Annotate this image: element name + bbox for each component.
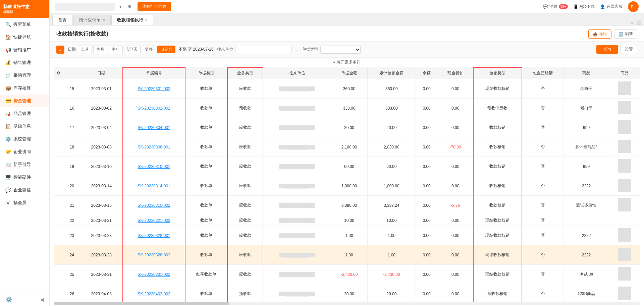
cell-voucher-no: SK-20230302-002 (123, 99, 185, 118)
voucher-link[interactable]: SK-20230321-003 (138, 218, 170, 223)
cell-cum-verify: 1,000.00 (368, 176, 416, 196)
sidebar-item-basic[interactable]: 📋基础信息 (0, 120, 49, 133)
notifications-area[interactable]: 💬 消息 99+ (543, 4, 568, 9)
cell-cash-discount: 0.00 (438, 226, 473, 245)
partner-input[interactable] (235, 46, 291, 53)
col-seq (64, 67, 80, 79)
sidebar-item-system[interactable]: ⚙️系统管理 (0, 133, 49, 145)
cell-settings (54, 176, 64, 196)
cell-amount: 2,100.00 (331, 137, 367, 157)
voucher-link[interactable]: SK-20230328-001 (138, 233, 170, 238)
cell-balance: 0.00 (416, 157, 438, 176)
voucher-link[interactable]: SK-20230328-002 (138, 253, 170, 257)
last-month-btn[interactable]: 上月 (78, 46, 92, 53)
maximize-icon[interactable]: ⬜ (636, 20, 641, 25)
industry-solution-button[interactable]: 体验行业方案 (138, 2, 171, 11)
voucher-link[interactable]: SK-20230403-002 (138, 292, 170, 296)
custom-date-btn[interactable]: 自定义 (157, 46, 175, 53)
refresh-button[interactable]: 🔄 刷新 (614, 29, 637, 39)
topbar-brand (55, 3, 115, 11)
this-year-btn[interactable]: 本年 (109, 46, 123, 53)
tab-close-collection-verify[interactable]: × (145, 18, 148, 22)
col-settings[interactable]: ⚙ (54, 67, 64, 79)
sidebar-item-guide[interactable]: 📖新手引导 (0, 158, 49, 171)
voucher-link[interactable]: SK-20230301-002 (138, 86, 170, 91)
cell-date: 2023-03-28 (80, 245, 123, 265)
cell-goods: 2222 (564, 176, 609, 196)
cell-include-settled: 否 (522, 137, 564, 157)
sidebar-item-member[interactable]: V畅会员 (0, 196, 49, 209)
sidebar-item-purchase[interactable]: 🛒采购管理 (0, 69, 49, 82)
collapse-icon[interactable]: ◀ (40, 296, 44, 303)
cell-goods: 123D商品 (564, 284, 609, 302)
cell-cum-verify: 1.00 (368, 245, 416, 265)
tab-collection-verify[interactable]: 收款核销执行× (111, 15, 153, 25)
gear-icon[interactable]: ⚙ (125, 3, 133, 11)
cell-verify-type: 现结收款核销 (473, 265, 522, 284)
cell-partner: ████████ (263, 157, 331, 176)
cell-goods: 2222 (564, 245, 609, 265)
voucher-link[interactable]: SK-20230310-001 (138, 164, 170, 169)
last-7days-btn[interactable]: 近7天 (124, 46, 141, 53)
expand-more-bar[interactable]: ▾ 展开更多条件 (50, 58, 644, 67)
settings-icon[interactable]: ⚙️ (5, 296, 12, 303)
query-button[interactable]: 查询 (596, 45, 618, 54)
cell-biz-type: 应收款 (227, 176, 263, 196)
scrollbar-thumb[interactable] (54, 302, 229, 305)
sidebar-item-search[interactable]: 🔍搜索菜单 (0, 18, 49, 31)
voucher-link[interactable]: SK-20230331-002 (138, 272, 170, 277)
voucher-link[interactable]: SK-20230302-002 (138, 106, 170, 111)
this-month-btn[interactable]: 本月 (93, 46, 107, 53)
cell-goods: 999 (564, 157, 609, 176)
cell-goods: 测试多属性 (564, 196, 609, 215)
cell-date: 2023-03-28 (80, 226, 123, 245)
table-row: 26 2023-04-03 SK-20230403-002 收款单 预收款 ██… (54, 284, 640, 302)
cell-date: 2023-03-15 (80, 196, 123, 215)
voucher-type-select[interactable] (320, 46, 361, 54)
table-row: 19 2023-03-10 SK-20230310-001 收款单 应收款 ██… (54, 157, 640, 176)
filter-toggle-button[interactable]: » (56, 46, 64, 54)
user-avatar[interactable]: Rit (628, 1, 639, 12)
cell-settings (54, 226, 64, 245)
horizontal-scrollbar[interactable] (54, 302, 640, 305)
sidebar-item-operations[interactable]: 📊经营管理 (0, 107, 49, 120)
cell-verify-type: 收款核销 (473, 176, 522, 196)
online-service-area[interactable]: 👤 在线客服 (600, 4, 623, 9)
cell-goods2 (609, 176, 640, 196)
more-date-btn[interactable]: 更多 (142, 46, 156, 53)
voucher-link[interactable]: SK-20230304-001 (138, 125, 170, 130)
sidebar-item-corp[interactable]: 🤝企业协同 (0, 145, 49, 158)
cell-verify-type: 现结收款核销 (473, 215, 522, 226)
cell-cash-discount: 0.00 (438, 118, 473, 137)
export-button[interactable]: 📤 导出 (588, 29, 611, 39)
tab-close-prepay[interactable]: × (103, 18, 105, 22)
cell-date: 2023-03-01 (80, 79, 123, 99)
sidebar-item-finance[interactable]: 💳资金管理 (0, 95, 49, 107)
col-include-settled: 包含已结清 (522, 67, 564, 79)
voucher-type-label: 单据类型 (302, 47, 318, 52)
cell-balance: 0.00 (416, 284, 438, 302)
voucher-link[interactable]: SK-20230314-001 (138, 184, 170, 188)
voucher-link[interactable]: SK-20230315-002 (138, 203, 170, 208)
cell-seq: 17 (64, 118, 80, 137)
cell-goods2 (609, 226, 640, 245)
cell-goods2 (609, 284, 640, 302)
sidebar-item-quick-nav[interactable]: 🏠快捷导航 (0, 31, 49, 44)
filter-settings-button[interactable]: 设置 (621, 45, 637, 54)
table-row: 23 2023-03-28 SK-20230328-001 收款单 应收款 ██… (54, 226, 640, 245)
sidebar-item-inventory[interactable]: 📦库存核算 (0, 82, 49, 95)
tab-home[interactable]: 首页 (52, 15, 72, 25)
voucher-link[interactable]: SK-20230308-001 (138, 145, 170, 149)
sidebar-item-hardware[interactable]: 🖥️智能硬件 (0, 171, 49, 184)
cell-cum-verify: 60.00 (368, 157, 416, 176)
cell-settings (54, 245, 64, 265)
tab-prepay[interactable]: 预计应付单× (73, 15, 111, 25)
app-download-area[interactable]: 📱 App下载 (573, 4, 595, 9)
topbar-dropdown[interactable]: ▾ (119, 4, 121, 9)
sidebar-item-wechat[interactable]: 💬企业微信 (0, 184, 49, 196)
sidebar-item-sales[interactable]: 💰销售管理 (0, 56, 49, 69)
sidebar-item-marketing[interactable]: 📢营销推广 (0, 44, 49, 56)
cell-cum-verify: 2,030.00 (368, 137, 416, 157)
close-window-icon[interactable]: ✕ (630, 20, 634, 25)
cell-settings (54, 196, 64, 215)
